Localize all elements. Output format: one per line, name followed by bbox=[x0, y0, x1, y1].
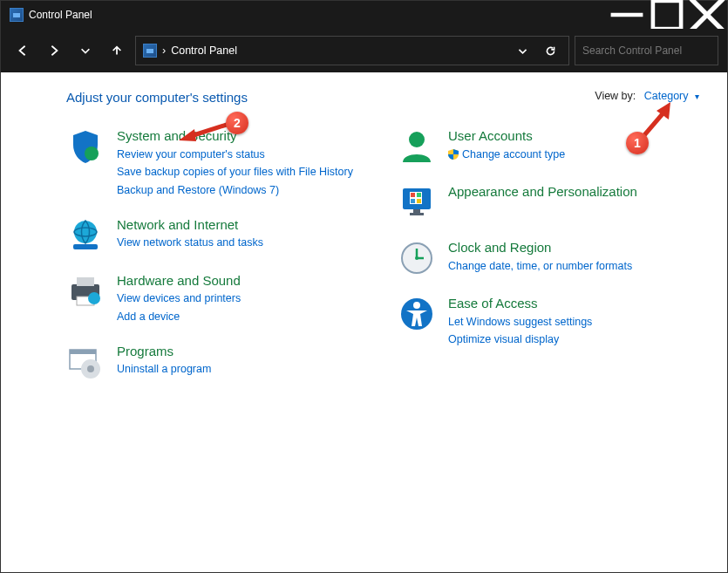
category-link[interactable]: View devices and printers bbox=[117, 290, 241, 307]
view-by-control[interactable]: View by: Category ▾ bbox=[595, 90, 699, 102]
monitor-icon bbox=[398, 183, 436, 222]
category-link[interactable]: Let Windows suggest settings bbox=[448, 314, 592, 331]
svg-rect-15 bbox=[70, 350, 96, 354]
svg-point-6 bbox=[85, 147, 99, 160]
shield-icon bbox=[66, 127, 105, 166]
svg-rect-25 bbox=[413, 209, 420, 213]
minimize-button[interactable] bbox=[607, 1, 647, 29]
category-link[interactable]: Uninstall a program bbox=[117, 361, 211, 378]
maximize-button[interactable] bbox=[647, 1, 687, 29]
svg-point-17 bbox=[87, 365, 94, 372]
up-button[interactable] bbox=[104, 37, 130, 65]
svg-point-18 bbox=[409, 132, 425, 147]
category-clock-region: Clock and Region Change date, time, or n… bbox=[398, 239, 703, 277]
navbar: › Control Panel bbox=[1, 29, 727, 72]
view-by-label: View by: bbox=[595, 90, 636, 102]
category-system-security: System and Security Review your computer… bbox=[66, 127, 371, 199]
category-network-internet: Network and Internet View network status… bbox=[66, 216, 371, 255]
category-link[interactable]: Change account type bbox=[448, 147, 565, 163]
address-dropdown[interactable] bbox=[511, 45, 534, 57]
chevron-down-icon: ▾ bbox=[695, 92, 699, 101]
control-panel-icon bbox=[10, 8, 24, 22]
category-link[interactable]: Save backup copies of your files with Fi… bbox=[117, 164, 353, 181]
breadcrumb-separator: › bbox=[162, 44, 166, 57]
control-panel-icon bbox=[143, 44, 157, 58]
category-link[interactable]: Optimize visual display bbox=[448, 331, 592, 348]
svg-rect-11 bbox=[77, 277, 94, 286]
category-user-accounts: User Accounts Change account type bbox=[398, 127, 703, 166]
content-area: Adjust your computer's settings View by:… bbox=[1, 72, 727, 572]
refresh-button[interactable] bbox=[539, 45, 561, 57]
category-hardware-sound: Hardware and Sound View devices and prin… bbox=[66, 272, 371, 325]
searchbox[interactable] bbox=[575, 36, 718, 65]
category-columns: System and Security Review your computer… bbox=[66, 127, 703, 381]
right-column: User Accounts Change account type bbox=[398, 127, 703, 381]
accessibility-icon bbox=[398, 295, 436, 333]
left-column: System and Security Review your computer… bbox=[66, 127, 371, 381]
titlebar: Control Panel bbox=[1, 1, 727, 29]
category-link[interactable]: Change date, time, or number formats bbox=[448, 258, 632, 275]
svg-point-32 bbox=[413, 302, 420, 309]
category-title[interactable]: Network and Internet bbox=[117, 216, 263, 234]
svg-rect-24 bbox=[417, 199, 421, 203]
svg-point-30 bbox=[415, 256, 418, 260]
printer-icon bbox=[66, 272, 105, 310]
breadcrumb-location[interactable]: Control Panel bbox=[171, 44, 237, 57]
forward-button[interactable] bbox=[41, 37, 67, 65]
window-title: Control Panel bbox=[29, 9, 92, 21]
svg-rect-23 bbox=[411, 199, 415, 203]
close-button[interactable] bbox=[687, 1, 727, 29]
category-link[interactable]: Review your computer's status bbox=[117, 147, 353, 163]
category-link[interactable]: View network status and tasks bbox=[117, 235, 263, 251]
recent-dropdown[interactable] bbox=[72, 37, 99, 65]
clock-icon bbox=[398, 239, 436, 277]
svg-point-7 bbox=[74, 221, 97, 243]
category-title[interactable]: Programs bbox=[117, 343, 211, 360]
control-panel-window: Control Panel › Control Panel bbox=[0, 0, 728, 573]
addressbar[interactable]: › Control Panel bbox=[135, 36, 569, 65]
uac-shield-icon bbox=[448, 149, 459, 160]
category-programs: Programs Uninstall a program bbox=[66, 343, 371, 381]
category-ease-of-access: Ease of Access Let Windows suggest setti… bbox=[398, 295, 703, 348]
annotation-badge-1: 1 bbox=[626, 132, 649, 154]
category-title[interactable]: Hardware and Sound bbox=[117, 272, 241, 290]
svg-point-13 bbox=[88, 292, 100, 304]
back-button[interactable] bbox=[10, 37, 36, 65]
svg-rect-26 bbox=[410, 213, 424, 215]
category-appearance-personalization: Appearance and Personalization bbox=[398, 183, 703, 222]
category-link[interactable]: Backup and Restore (Windows 7) bbox=[117, 182, 353, 199]
svg-rect-22 bbox=[417, 193, 421, 197]
svg-rect-21 bbox=[411, 193, 415, 197]
category-title[interactable]: Appearance and Personalization bbox=[448, 183, 637, 201]
search-input[interactable] bbox=[582, 44, 713, 57]
globe-icon bbox=[66, 216, 105, 255]
svg-rect-9 bbox=[73, 244, 98, 249]
view-by-value[interactable]: Category bbox=[644, 90, 689, 102]
category-title[interactable]: Ease of Access bbox=[448, 295, 592, 312]
programs-icon bbox=[66, 343, 105, 381]
annotation-badge-2: 2 bbox=[226, 112, 248, 134]
category-title[interactable]: Clock and Region bbox=[448, 239, 632, 256]
user-icon bbox=[398, 127, 436, 166]
category-title[interactable]: User Accounts bbox=[448, 127, 565, 145]
category-link[interactable]: Add a device bbox=[117, 309, 241, 325]
svg-rect-1 bbox=[653, 1, 681, 29]
